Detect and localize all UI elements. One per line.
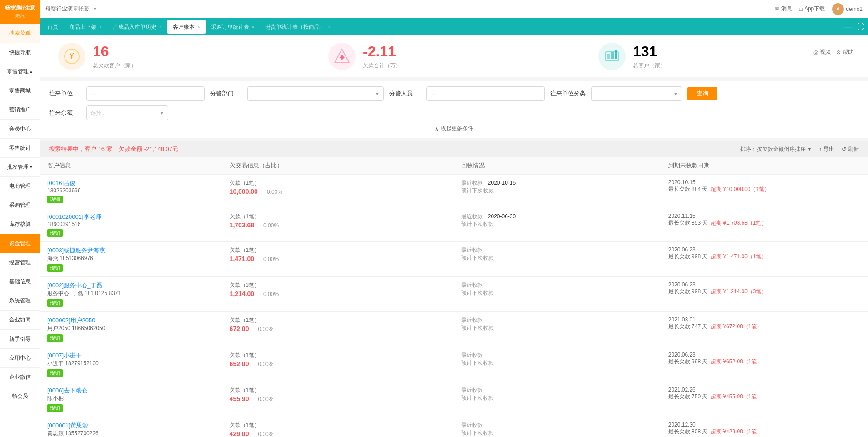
unit-class-select[interactable]: ▼ — [591, 86, 682, 101]
table-row: [0002]服务中心_丁磊 服务中心_丁磊 181 0125 8371 现销 欠… — [40, 277, 868, 312]
debt-count: 欠款（1笔） — [230, 246, 447, 254]
overdue-amount-link[interactable]: 超期 ¥1,703.68（1笔） — [711, 220, 767, 226]
video-action[interactable]: ◎ 视频 — [813, 48, 831, 56]
debt-amount: 1,471.00 — [230, 255, 255, 262]
customer-tag: 现销 — [47, 299, 63, 307]
table-row: [0006]去下粮仓 陈小彬 现销 欠款（1笔） 455.90 0.00% 最近… — [40, 382, 868, 417]
chevron-down-icon: ▼ — [673, 91, 678, 96]
customer-id-link[interactable]: [0001020001]李老师 — [47, 213, 215, 221]
refresh-button[interactable]: ↺ 刷新 — [842, 146, 859, 153]
overdue-amount-link[interactable]: 超期 ¥1,471.00（1笔） — [711, 253, 767, 260]
overdue-days: 最长欠款 808 天 超期 ¥429.00（1笔） — [668, 428, 861, 436]
customer-phone: 陈小彬 — [47, 395, 215, 402]
industry-label: 母婴行业演示账套 — [45, 5, 89, 13]
sidebar-item-chang-member[interactable]: 畅会员 — [0, 387, 40, 406]
due-date-cell: 2020.10.15 最长欠款 884 天 超期 ¥10,000.00（1笔） — [661, 175, 868, 208]
customer-id-link[interactable]: [0003]畅捷服务尹海燕 — [47, 246, 215, 255]
sidebar-item-inventory[interactable]: 库存核算 — [0, 215, 40, 234]
debt-percent: 0.00% — [263, 222, 279, 229]
close-icon[interactable]: × — [197, 25, 200, 30]
recent-payment-label: 最近收款 — [461, 213, 486, 220]
close-icon[interactable]: × — [328, 25, 331, 30]
collapse-button[interactable]: ∧ 收起更多条件 — [435, 125, 473, 132]
sidebar-item-newbie[interactable]: 新手引导 — [0, 330, 40, 349]
sidebar-item-ecommerce[interactable]: 电商管理 — [0, 177, 40, 196]
stat-actions: ◎ 视频 ⊙ 帮助 — [813, 48, 853, 56]
customer-info-cell: [0002]服务中心_丁磊 服务中心_丁磊 181 0125 8371 现销 — [40, 277, 222, 312]
tab-minimize-button[interactable]: — — [843, 23, 853, 31]
customer-info-cell: [0001020001]李老师 18600391516 现销 — [40, 208, 222, 242]
sidebar-item-retail-mgmt[interactable]: 零售管理 ▲ — [0, 62, 40, 81]
sidebar-item-basic-info[interactable]: 基础信息 — [0, 272, 40, 291]
chevron-down-icon: ▼ — [160, 111, 164, 116]
overdue-amount-link[interactable]: 超期 ¥429.00（1笔） — [711, 428, 762, 435]
sidebar-item-enterprise[interactable]: 企业协同 — [0, 311, 40, 330]
customer-phone: 用户2050 18665062050 — [47, 325, 215, 332]
sidebar-item-marketing[interactable]: 营销推广 — [0, 100, 40, 120]
person-input[interactable]: ··· — [426, 86, 545, 101]
overdue-amount-link[interactable]: 超期 ¥455.90（1笔） — [711, 393, 762, 400]
debt-customers-icon: ¥ — [58, 43, 85, 70]
debt-percent: 0.00% — [258, 326, 273, 332]
app-download-button[interactable]: □ App下载 — [799, 5, 825, 13]
due-date-cell: 2021.02.26 最长欠款 750 天 超期 ¥455.90（1笔） — [661, 382, 868, 417]
tab-product-offline[interactable]: 商品上下架 × — [64, 20, 107, 34]
customer-id-link[interactable]: [0002]服务中心_丁磊 — [47, 281, 215, 290]
message-button[interactable]: ✉ 消息 — [775, 5, 792, 13]
due-date: 2020.06.23 — [668, 246, 861, 253]
overdue-days: 最长欠款 998 天 超期 ¥1,214.00（3笔） — [668, 288, 861, 296]
customer-id-link[interactable]: [0007]小进干 — [47, 352, 215, 360]
overdue-amount-link[interactable]: 超期 ¥1,214.00（3笔） — [711, 288, 767, 295]
balance-select[interactable]: 选择... ▼ — [86, 105, 168, 120]
customer-id-link[interactable]: [000001]黄思源 — [47, 422, 215, 430]
user-menu[interactable]: d demo2 — [832, 3, 863, 15]
tab-purchase-stats[interactable]: 进货单统计表（按商品） × — [260, 20, 336, 34]
overdue-amount-link[interactable]: 超期 ¥672.00（1笔） — [711, 323, 762, 330]
sidebar-item-retail-stats[interactable]: 零售统计 — [0, 139, 40, 158]
dept-label: 分管部门 — [210, 90, 242, 98]
close-icon[interactable]: × — [159, 25, 162, 30]
app-icon: □ — [799, 6, 803, 12]
debt-amount: 1,703.68 — [230, 221, 255, 229]
logo-text: 畅捷通好生意 — [5, 5, 35, 11]
overdue-days: 最长欠款 998 天 超期 ¥652.00（1笔） — [668, 358, 861, 366]
sidebar-item-batch-mgmt[interactable]: 批发管理 ▼ — [0, 158, 40, 177]
tab-customer-account[interactable]: 客户账本 × — [167, 20, 206, 34]
next-payment-label: 预计下次收款 — [461, 187, 494, 194]
tab-expand-button[interactable]: ⛶ — [855, 23, 866, 31]
from-unit-input[interactable]: ··· — [86, 86, 205, 101]
search-button[interactable]: 查询 — [687, 87, 717, 100]
close-icon[interactable]: × — [252, 25, 255, 30]
main-content: 母婴行业演示账套 ▼ ✉ 消息 □ App下载 d demo2 — [40, 0, 868, 437]
tab-product-history[interactable]: 产成品入库单历史 × — [107, 20, 167, 34]
dept-select[interactable]: ▼ — [247, 86, 384, 101]
sidebar-item-operations[interactable]: 经营管理 — [0, 253, 40, 272]
close-icon[interactable]: × — [99, 25, 102, 30]
due-date-cell: 2020.06.23 最长欠款 998 天 超期 ¥652.00（1笔） — [661, 347, 868, 382]
help-action[interactable]: ⊙ 帮助 — [836, 48, 853, 56]
sidebar-item-sys-mgmt[interactable]: 系统管理 — [0, 291, 40, 311]
sidebar-item-purchase-mgmt[interactable]: 采购管理 — [0, 196, 40, 215]
sidebar-item-member[interactable]: 会员中心 — [0, 120, 40, 139]
tab-purchase-order[interactable]: 采购订单统计表 × — [206, 20, 260, 34]
export-button[interactable]: ↑ 导出 — [819, 146, 834, 153]
due-date-cell: 2021.03.01 最长欠款 747 天 超期 ¥672.00（1笔） — [661, 312, 868, 347]
debt-percent: 0.00% — [263, 291, 279, 297]
sidebar-item-quick-nav[interactable]: 快捷导航 — [0, 43, 40, 62]
customer-info-cell: [000002]用户2050 用户2050 18665062050 现销 — [40, 312, 222, 347]
total-customers-icon — [598, 43, 626, 70]
sidebar-item-finance[interactable]: 资金管理 — [0, 234, 40, 253]
tab-home[interactable]: 首页 — [42, 20, 64, 34]
sidebar-item-search[interactable]: 搜索菜单 — [0, 24, 40, 43]
overdue-amount-link[interactable]: 超期 ¥652.00（1笔） — [711, 358, 762, 365]
stat-total-customers: 131 总客户（家） ◎ 视频 ⊙ 帮助 — [589, 43, 859, 70]
customer-id-link[interactable]: [0016]吕俊 — [47, 179, 215, 187]
sort-select[interactable]: 排序：按欠款金额倒序排序 ▼ — [740, 146, 812, 153]
sidebar-item-retail-store[interactable]: 零售商城 — [0, 81, 40, 100]
customer-id-link[interactable]: [0006]去下粮仓 — [47, 387, 215, 395]
table-header-row: 客户信息 欠交易信息（占比） 回收情况 到期未收款日期 — [40, 157, 868, 175]
customer-id-link[interactable]: [000002]用户2050 — [47, 316, 215, 325]
sidebar-item-corp-wechat[interactable]: 企业微信 — [0, 368, 40, 387]
overdue-amount-link[interactable]: 超期 ¥10,000.00（1笔） — [711, 186, 770, 192]
sidebar-item-app-center[interactable]: 应用中心 — [0, 349, 40, 368]
